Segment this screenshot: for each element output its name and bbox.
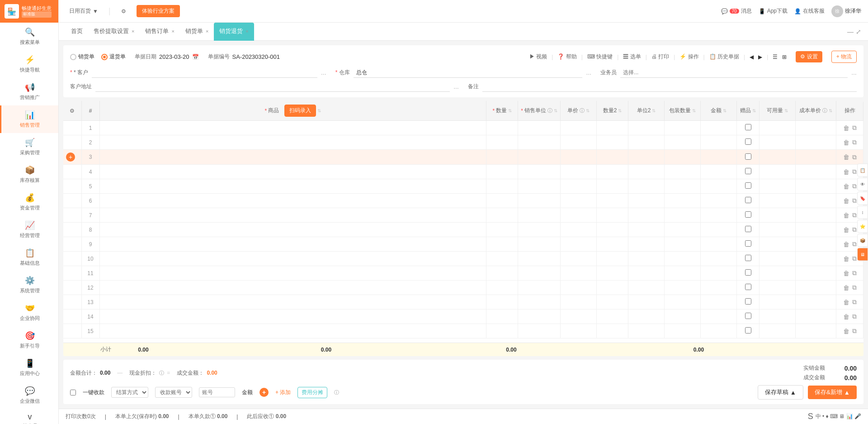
pack-qty-cell[interactable] — [665, 237, 701, 252]
copy-row-btn[interactable]: ⧉ — [852, 226, 857, 233]
experience-button[interactable]: 体验行业方案 — [137, 5, 180, 17]
copy-row-btn[interactable]: ⧉ — [852, 269, 857, 277]
gift-cell[interactable] — [737, 208, 760, 223]
delete-row-btn[interactable]: 🗑 — [843, 153, 849, 161]
sidebar-item-purchase[interactable]: 🛒 采购管理 — [0, 133, 58, 161]
toolbar-operation-btn[interactable]: ⚡ 操作 — [679, 53, 698, 61]
tab-price-setting[interactable]: 售价提取设置 × — [88, 23, 140, 41]
gift-cell[interactable] — [737, 252, 760, 266]
unit-cell[interactable] — [518, 266, 561, 281]
save-draft-btn[interactable]: 保存草稿 ▲ — [758, 385, 803, 400]
sidebar-item-shortcut[interactable]: ⚡ 快捷导航 — [0, 50, 58, 78]
price-cell[interactable] — [561, 266, 597, 281]
gift-cell[interactable] — [737, 150, 760, 165]
sort-cost-icon[interactable]: ⇅ — [829, 108, 832, 113]
available-cell[interactable] — [760, 295, 796, 310]
qty2-cell[interactable] — [597, 121, 628, 135]
tab-expand-btn[interactable]: ⤢ — [856, 28, 861, 35]
right-panel-item-3[interactable]: 🔖 — [857, 191, 868, 205]
available-cell[interactable] — [760, 281, 796, 295]
delete-row-btn[interactable]: 🗑 — [843, 327, 849, 335]
sidebar-item-inventory[interactable]: 📦 库存核算 — [0, 161, 58, 188]
amount-cell[interactable] — [701, 150, 737, 165]
copy-row-btn[interactable]: ⧉ — [852, 182, 857, 190]
sidebar-item-enterprise[interactable]: 🤝 企业协同 — [0, 299, 58, 326]
available-cell[interactable] — [760, 237, 796, 252]
cost-cell[interactable] — [796, 295, 836, 310]
gear-settings-icon[interactable]: ⚙ — [70, 108, 75, 114]
copy-row-btn[interactable]: ⧉ — [852, 255, 857, 262]
qty2-cell[interactable] — [597, 252, 628, 266]
address-select-btn[interactable]: … — [453, 84, 459, 90]
unit2-cell[interactable] — [628, 295, 665, 310]
copy-row-btn[interactable]: ⧉ — [852, 153, 857, 161]
sort-price-icon[interactable]: ⇅ — [586, 108, 590, 113]
one-click-payment-checkbox[interactable] — [70, 390, 76, 395]
available-cell[interactable] — [760, 135, 796, 150]
qty2-cell[interactable] — [597, 165, 628, 179]
gift-checkbox[interactable] — [745, 255, 751, 261]
tab-sales-order[interactable]: 销售订单 × — [140, 23, 179, 41]
pack-qty-cell[interactable] — [665, 150, 701, 165]
cost-cell[interactable] — [796, 179, 836, 194]
amount-cell[interactable] — [701, 208, 737, 223]
unit-cell[interactable] — [518, 208, 561, 223]
unit2-cell[interactable] — [628, 208, 665, 223]
available-cell[interactable] — [760, 121, 796, 135]
gift-cell[interactable] — [737, 295, 760, 310]
save-new-btn[interactable]: 保存&新增 ▲ — [808, 386, 857, 399]
gift-checkbox[interactable] — [745, 269, 751, 276]
right-panel-item-2[interactable]: 👁 — [857, 177, 868, 191]
qty2-cell[interactable] — [597, 237, 628, 252]
right-panel-item-4[interactable]: ↕ — [857, 205, 868, 219]
qty-cell[interactable] — [486, 194, 518, 208]
gift-checkbox[interactable] — [745, 153, 751, 160]
gift-cell[interactable] — [737, 324, 760, 338]
gift-checkbox[interactable] — [745, 211, 751, 218]
next-record-icon[interactable]: ▶ — [758, 54, 762, 60]
available-cell[interactable] — [760, 252, 796, 266]
toolbar-print-btn[interactable]: 🖨 打印 — [651, 53, 669, 61]
gift-cell[interactable] — [737, 223, 760, 237]
qty2-cell[interactable] — [597, 150, 628, 165]
toolbar-select-btn[interactable]: ☰ 选单 — [623, 53, 641, 61]
gift-checkbox[interactable] — [745, 197, 751, 203]
right-panel-item-7[interactable]: 🖥 — [857, 248, 868, 261]
sidebar-item-system[interactable]: ⚙️ 系统管理 — [0, 271, 58, 299]
sidebar-item-finance[interactable]: 💰 资金管理 — [0, 188, 58, 216]
amount-cell[interactable] — [701, 324, 737, 338]
sidebar-item-search[interactable]: 🔍 搜索菜单 — [0, 23, 58, 50]
gift-cell[interactable] — [737, 194, 760, 208]
qty2-cell[interactable] — [597, 266, 628, 281]
copy-row-btn[interactable]: ⧉ — [852, 124, 857, 132]
tab-home[interactable]: 首页 — [66, 23, 88, 41]
pack-qty-cell[interactable] — [665, 194, 701, 208]
price-cell[interactable] — [561, 179, 597, 194]
delete-row-btn[interactable]: 🗑 — [843, 168, 849, 176]
cost-cell[interactable] — [796, 266, 836, 281]
cost-cell[interactable] — [796, 194, 836, 208]
sort-qty-icon[interactable]: ⇅ — [508, 108, 512, 113]
qty2-cell[interactable] — [597, 324, 628, 338]
pack-qty-cell[interactable] — [665, 121, 701, 135]
amount-cell[interactable] — [701, 223, 737, 237]
delete-row-btn[interactable]: 🗑 — [843, 255, 849, 262]
tab-sales-delivery[interactable]: 销货单 × — [180, 23, 214, 41]
price-cell[interactable] — [561, 324, 597, 338]
available-cell[interactable] — [760, 165, 796, 179]
product-cell[interactable] — [99, 135, 486, 150]
pack-qty-cell[interactable] — [665, 252, 701, 266]
gift-checkbox[interactable] — [745, 240, 751, 247]
gift-cell[interactable] — [737, 179, 760, 194]
sort-avail-icon[interactable]: ⇅ — [784, 108, 788, 113]
warehouse-select-btn[interactable]: … — [586, 70, 591, 76]
tab-sales-return[interactable]: 销货退货 × — [214, 23, 254, 41]
sort-qty2-icon[interactable]: ⇅ — [618, 108, 622, 113]
right-panel-item-6[interactable]: 📦 — [857, 233, 868, 247]
staff-select-btn[interactable]: … — [851, 70, 857, 76]
qty-cell[interactable] — [486, 266, 518, 281]
price-cell[interactable] — [561, 223, 597, 237]
price-cell[interactable] — [561, 121, 597, 135]
right-panel-item-5[interactable]: ⭐ — [857, 219, 868, 233]
qty-cell[interactable] — [486, 165, 518, 179]
